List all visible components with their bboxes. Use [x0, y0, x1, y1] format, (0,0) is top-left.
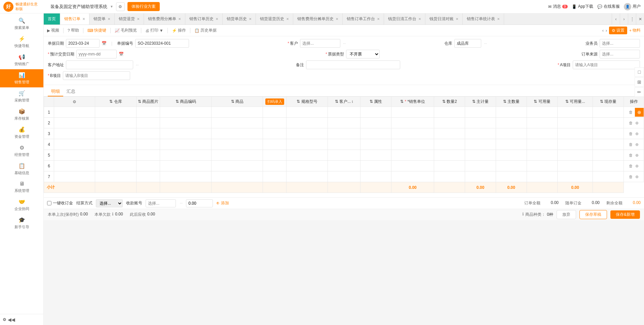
th-main-unit[interactable]: ⇅ 主计量 — [465, 97, 496, 107]
row-customer-attr-5[interactable] — [328, 150, 361, 161]
industry-plan-button[interactable]: 体验行业方案 — [127, 2, 160, 11]
row-attr-4[interactable] — [361, 139, 391, 150]
tab-home[interactable]: 首页 — [44, 13, 60, 25]
table-wrapper[interactable]: ⚙ ⇅ 仓库 ⇅ 商品图片 ⇅ 商品编码 — [44, 96, 644, 197]
row-product-6[interactable] — [212, 161, 263, 171]
row-main-unit-5[interactable] — [465, 150, 496, 161]
add-product-button[interactable]: + 物料 — [629, 28, 641, 33]
tab-close-all-button[interactable]: ✕ — [636, 13, 644, 25]
row-product-1[interactable] — [212, 107, 263, 118]
row-stock-6[interactable] — [593, 161, 624, 171]
tab-sales-return-close[interactable]: ✕ — [108, 17, 110, 21]
staff-input[interactable] — [600, 39, 640, 48]
history-button[interactable]: 📋 历史单据 — [194, 28, 217, 33]
next-record-button[interactable]: › — [606, 28, 607, 33]
tab-sales-refund[interactable]: 销货退货 ✕ — [115, 13, 144, 25]
row-customer-attr-4[interactable] — [328, 139, 361, 150]
tab-cash-daily-close[interactable]: ✕ — [418, 17, 421, 21]
receipt-no-input[interactable] — [146, 199, 176, 207]
row-stock-7[interactable] — [593, 171, 624, 182]
tab-refund-history[interactable]: 销货退货历史 ✕ — [256, 13, 293, 25]
row-avail-2[interactable] — [527, 118, 558, 128]
system-dropdown-icon[interactable]: ▼ — [110, 5, 113, 8]
row-attr-3[interactable] — [361, 128, 391, 139]
th-product-code[interactable]: ⇅ 商品编码 — [160, 97, 212, 107]
row-qty2-2[interactable] — [434, 118, 465, 128]
tab-cash-reconcile-close[interactable]: ✕ — [456, 17, 458, 21]
sidebar-item-basic-info[interactable]: 📋 基础信息 — [0, 160, 43, 178]
message-button[interactable]: ✉ 消息 9 — [548, 4, 568, 9]
row-avail2-1[interactable] — [558, 107, 593, 118]
tab-sales-return-history[interactable]: 销货单历史 ✕ — [223, 13, 256, 25]
row-stock-2[interactable] — [593, 118, 624, 128]
row-attr-5[interactable] — [361, 150, 391, 161]
operations-button[interactable]: ⚡ 操作 — [172, 28, 186, 33]
app-download-button[interactable]: 📱 App下载 — [572, 4, 593, 9]
tab-cash-daily[interactable]: 钱货日清工作台 ✕ — [384, 13, 425, 25]
row-stock-4[interactable] — [593, 139, 624, 150]
th-attr[interactable]: ⇅ 属性 — [361, 97, 391, 107]
warehouse-input[interactable] — [454, 39, 481, 48]
receipt-more-icon[interactable]: ··· — [180, 201, 183, 205]
order-source-input[interactable] — [600, 50, 640, 58]
order-no-input[interactable] — [135, 39, 189, 48]
row-main-unit-7[interactable] — [465, 171, 496, 182]
tab-order-history-close[interactable]: ✕ — [216, 17, 218, 21]
tab-detail[interactable]: 明细 — [48, 87, 63, 96]
row-code-1[interactable] — [160, 107, 212, 118]
row-qty2-6[interactable] — [434, 161, 465, 171]
float-icon-5[interactable]: ⊕ — [635, 108, 644, 117]
th-product[interactable]: ⇅ 商品 — [212, 97, 263, 107]
float-icon-2[interactable]: ⊞ — [635, 77, 644, 87]
row-delete-icon-4[interactable]: 🗑 — [629, 142, 633, 147]
settings-button[interactable]: ⚙ 设置 — [609, 27, 627, 34]
row-attr-1[interactable] — [361, 107, 391, 118]
row-stock-5[interactable] — [593, 150, 624, 161]
row-spec-1[interactable] — [287, 107, 328, 118]
row-stock-1[interactable] — [593, 107, 624, 118]
row-main-unit-2[interactable] — [465, 118, 496, 128]
tab-next-button[interactable]: › — [620, 13, 628, 25]
row-customer-attr-3[interactable] — [328, 128, 361, 139]
row-delete-icon-5[interactable]: 🗑 — [629, 153, 633, 158]
row-avail2-3[interactable] — [558, 128, 593, 139]
row-unit-3[interactable] — [391, 128, 434, 139]
row-avail-7[interactable] — [527, 171, 558, 182]
row-delete-icon-2[interactable]: 🗑 — [629, 121, 633, 125]
row-warehouse-7[interactable] — [95, 171, 136, 182]
th-main-qty[interactable]: ⇅ 主数量 — [496, 97, 527, 107]
th-avail2[interactable]: ⇅ 可用量... — [558, 97, 593, 107]
row-unit-4[interactable] — [391, 139, 434, 150]
row-attr-6[interactable] — [361, 161, 391, 171]
row-delete-icon-3[interactable]: 🗑 — [629, 131, 633, 136]
tab-sales-order-close[interactable]: ✕ — [82, 17, 85, 21]
row-code-3[interactable] — [160, 128, 212, 139]
prev-record-button[interactable]: ‹ — [602, 28, 604, 33]
row-warehouse-6[interactable] — [95, 161, 136, 171]
row-code-5[interactable] — [160, 150, 212, 161]
row-code-7[interactable] — [160, 171, 212, 182]
row-qty2-4[interactable] — [434, 139, 465, 150]
tab-return-history-close[interactable]: ✕ — [249, 17, 252, 21]
row-copy-icon-4[interactable]: ⊕ — [635, 142, 639, 147]
print-button[interactable]: 🖨 打印 ▼ — [145, 28, 163, 33]
add-payment-button[interactable]: ⊕ 添加 — [216, 200, 229, 206]
row-code-4[interactable] — [160, 139, 212, 150]
warehouse-more-icon[interactable]: ··· — [484, 42, 487, 45]
row-avail-1[interactable] — [527, 107, 558, 118]
row-product-5[interactable] — [212, 150, 263, 161]
tab-sales-order[interactable]: 销售订单 ✕ — [60, 13, 89, 25]
sidebar-item-enterprise[interactable]: 🤝 企业协同 — [0, 196, 43, 214]
float-icon-3[interactable]: ✏ — [635, 87, 644, 97]
row-avail-5[interactable] — [527, 150, 558, 161]
row-main-qty-7[interactable] — [496, 171, 527, 182]
row-warehouse-5[interactable] — [95, 150, 136, 161]
row-product-3[interactable] — [212, 128, 263, 139]
float-icon-1[interactable]: □ — [635, 67, 644, 77]
sidebar-item-marketing[interactable]: 📢 营销推广 — [0, 51, 43, 69]
row-customer-attr-2[interactable] — [328, 118, 361, 128]
sidebar-settings-icon[interactable]: ⚙ — [3, 317, 6, 322]
row-product-7[interactable] — [212, 171, 263, 182]
customer-more-icon[interactable]: ··· — [343, 42, 346, 45]
tab-sales-refund-close[interactable]: ✕ — [137, 17, 140, 21]
